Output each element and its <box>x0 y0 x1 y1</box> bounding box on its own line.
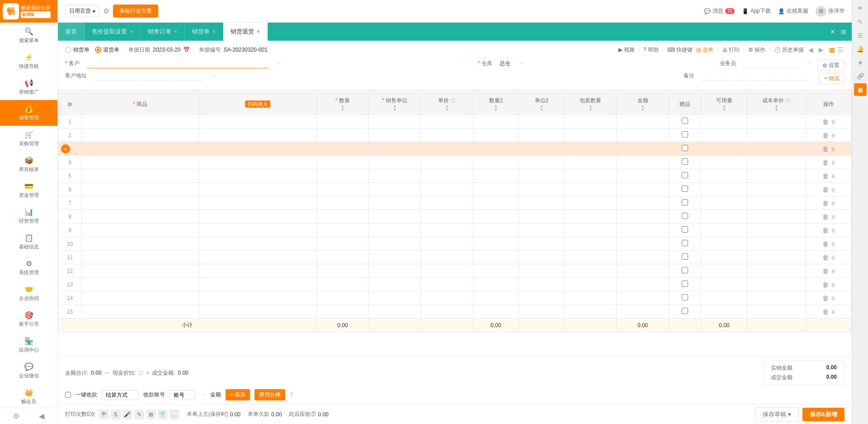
row-goods-8[interactable] <box>81 210 199 224</box>
goods-input-9[interactable] <box>85 227 196 233</box>
row-unit2-8[interactable] <box>519 210 564 224</box>
row-price-5[interactable] <box>421 169 473 183</box>
goods-input-13[interactable] <box>85 281 196 288</box>
row-goods-10[interactable] <box>81 237 199 251</box>
sidebar-item-appstore[interactable]: 🏪 应用中心 <box>0 332 57 358</box>
tab-price-setting[interactable]: 售价提取设置 × <box>85 23 141 41</box>
amount-sort-icon[interactable]: ▲▼ <box>620 105 665 112</box>
row-qty2-8[interactable] <box>473 210 519 224</box>
date-value[interactable]: 2023-03-20 <box>153 47 180 53</box>
toolbar-video[interactable]: ▶ 视频 <box>618 46 635 54</box>
row-price-12[interactable] <box>421 264 473 278</box>
row-amount-9[interactable] <box>617 224 669 237</box>
row-copy-14[interactable]: ⎘ <box>832 295 835 302</box>
note-input[interactable] <box>702 71 810 81</box>
row-delete-12[interactable]: 🗑 <box>822 267 829 275</box>
row-delete-7[interactable]: 🗑 <box>822 200 829 207</box>
row-amount-6[interactable] <box>617 183 669 196</box>
row-qty-11[interactable] <box>316 251 368 264</box>
row-delete-11[interactable]: 🗑 <box>822 254 829 261</box>
row-amount-3[interactable] <box>617 142 669 156</box>
goods-input-1[interactable] <box>85 119 196 125</box>
row-amount-12[interactable] <box>617 264 669 278</box>
row-copy-15[interactable]: ⎘ <box>832 309 835 315</box>
gift-checkbox-8[interactable] <box>682 213 688 219</box>
row-packqty-2[interactable] <box>564 129 616 142</box>
row-amount-1[interactable] <box>617 115 669 129</box>
row-qty-13[interactable] <box>316 278 368 291</box>
row-unit2-2[interactable] <box>519 129 564 142</box>
row-price-3[interactable] <box>421 142 473 156</box>
row-unit-4[interactable] <box>368 156 420 169</box>
sidebar-item-finance[interactable]: 💳 资金管理 <box>0 177 57 203</box>
toolbar-select[interactable]: ▤ 选单 <box>696 46 713 54</box>
qty2-sort-icon[interactable]: ▲▼ <box>477 105 515 112</box>
cost-info-icon[interactable]: ⓘ <box>786 98 791 103</box>
packqty-sort-icon[interactable]: ▲▼ <box>568 105 613 112</box>
account-select[interactable]: 账号 <box>170 390 196 400</box>
tab-sales-delivery[interactable]: 销货单 × <box>185 23 223 41</box>
toolbar-print[interactable]: 🖨 打印 <box>722 46 740 54</box>
th-scan[interactable]: 扫码录入 <box>199 94 316 115</box>
row-packqty-9[interactable] <box>564 224 616 237</box>
row-delete-4[interactable]: 🗑 <box>822 159 829 166</box>
print-icon-4[interactable]: ✎ <box>134 410 144 419</box>
sidebar-item-search[interactable]: 🔍 搜索菜单 <box>0 23 57 48</box>
row-gift-4[interactable] <box>669 156 701 169</box>
customer-input[interactable] <box>87 59 269 68</box>
tab-sales-return[interactable]: 销货退货 × <box>223 23 268 41</box>
row-goods-4[interactable] <box>81 156 199 169</box>
goods-input-8[interactable] <box>85 214 196 220</box>
app-download-item[interactable]: 📱 App下载 <box>742 7 771 15</box>
address-input[interactable] <box>94 71 203 81</box>
gift-checkbox-14[interactable] <box>682 294 688 300</box>
tab-price-setting-close[interactable]: × <box>130 29 133 35</box>
row-copy-2[interactable]: ⎘ <box>832 133 835 139</box>
row-gift-5[interactable] <box>669 169 701 183</box>
goods-input-11[interactable] <box>85 254 196 261</box>
row-packqty-13[interactable] <box>564 278 616 291</box>
sidebar-item-member[interactable]: 👑 畅会员 <box>0 384 57 408</box>
row-packqty-10[interactable] <box>564 237 616 251</box>
goods-input-5[interactable] <box>85 173 196 179</box>
calendar-icon[interactable]: 📅 <box>183 47 190 53</box>
print-icon-5[interactable]: ⊞ <box>146 410 156 419</box>
row-price-1[interactable] <box>421 115 473 129</box>
gift-checkbox-13[interactable] <box>682 281 688 287</box>
print-icon-2[interactable]: S <box>111 410 121 419</box>
gift-checkbox-9[interactable] <box>682 226 688 233</box>
row-goods-14[interactable] <box>81 291 199 305</box>
sidebar-item-sales[interactable]: 💰 销售管理 <box>0 100 57 126</box>
tab-sales-return-close[interactable]: × <box>257 29 260 35</box>
sidebar-item-system[interactable]: ⚙ 系统管理 <box>0 255 57 281</box>
row-packqty-8[interactable] <box>564 210 616 224</box>
row-qty2-2[interactable] <box>473 129 519 142</box>
row-packqty-3[interactable] <box>564 142 616 156</box>
scan-btn[interactable]: 扫码录入 <box>245 100 270 108</box>
row-amount-7[interactable] <box>617 196 669 210</box>
row-unit2-12[interactable] <box>519 264 564 278</box>
gift-checkbox-4[interactable] <box>682 158 688 165</box>
row-goods-13[interactable] <box>81 278 199 291</box>
gift-checkbox-3[interactable] <box>682 145 688 151</box>
row-copy-13[interactable]: ⎘ <box>832 282 835 288</box>
row-unit2-10[interactable] <box>519 237 564 251</box>
row-qty2-14[interactable] <box>473 291 519 305</box>
row-qty-9[interactable] <box>316 224 368 237</box>
sidebar-item-cooperation[interactable]: 🤝 企业协同 <box>0 281 57 306</box>
avail-sort-icon[interactable]: ▲▼ <box>705 105 743 112</box>
row-packqty-1[interactable] <box>564 115 616 129</box>
th-settings[interactable]: ⚙ <box>58 94 82 115</box>
row-price-13[interactable] <box>421 278 473 291</box>
row-unit2-3[interactable] <box>519 142 564 156</box>
sidebar-item-inventory[interactable]: 📦 库存核算 <box>0 152 57 177</box>
price-info-icon[interactable]: ⓘ <box>451 98 456 103</box>
row-qty-12[interactable] <box>316 264 368 278</box>
row-unit-2[interactable] <box>368 129 420 142</box>
row-unit-10[interactable] <box>368 237 420 251</box>
row-qty-7[interactable] <box>316 196 368 210</box>
row-delete-6[interactable]: 🗑 <box>822 186 829 193</box>
cost-sort-icon[interactable]: ▲▼ <box>751 105 802 112</box>
row-copy-6[interactable]: ⎘ <box>832 187 835 193</box>
row-price-9[interactable] <box>421 224 473 237</box>
